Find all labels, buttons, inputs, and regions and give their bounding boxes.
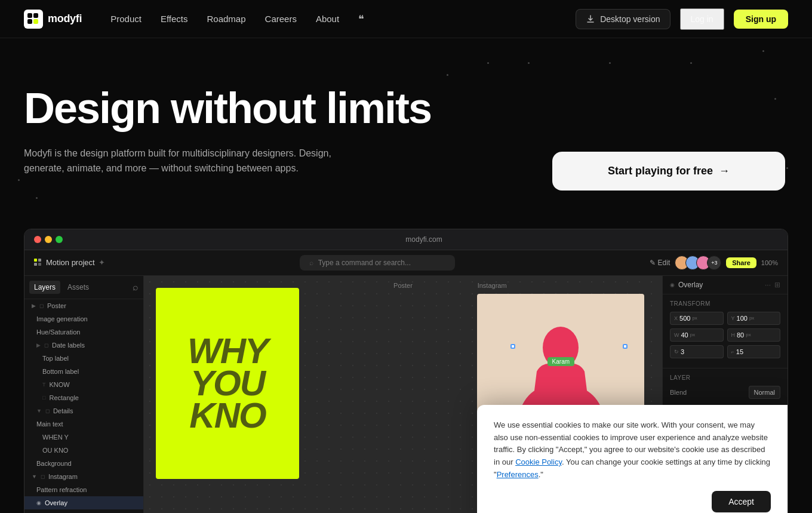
logo-text: modyfi bbox=[48, 13, 82, 25]
karam-label: Karam bbox=[548, 357, 574, 366]
svg-rect-0 bbox=[27, 13, 32, 18]
layer-instagram[interactable]: ▼ ◻ Instagram bbox=[24, 470, 143, 483]
svg-rect-1 bbox=[33, 13, 38, 18]
layer-type-icon: ◉ bbox=[670, 282, 675, 288]
svg-rect-6 bbox=[34, 263, 37, 266]
corner-field[interactable]: ⌐ 15 bbox=[727, 345, 781, 358]
layer-background[interactable]: Background bbox=[24, 457, 143, 470]
layer-details[interactable]: ▼ ◻ Details bbox=[24, 404, 143, 417]
panel-tabs: Layers Assets ⌕ bbox=[24, 276, 143, 299]
maximize-button-tl[interactable] bbox=[56, 236, 63, 243]
preferences-link[interactable]: Preferences bbox=[497, 470, 539, 479]
hero-content: Modyfi is the design platform built for … bbox=[24, 146, 788, 205]
cookie-actions: Accept bbox=[494, 491, 771, 512]
layer-pattern-refraction[interactable]: Pattern refraction bbox=[24, 483, 143, 496]
w-field[interactable]: W 40 px bbox=[670, 328, 724, 342]
svg-rect-3 bbox=[33, 19, 38, 24]
nav-product[interactable]: Product bbox=[110, 14, 142, 24]
close-button-tl[interactable] bbox=[34, 236, 41, 243]
arrow-icon: → bbox=[719, 165, 730, 177]
layers-tab[interactable]: Layers bbox=[29, 281, 60, 294]
blend-row: Blend Normal bbox=[670, 386, 780, 399]
share-button[interactable]: Share bbox=[726, 257, 756, 268]
app-search[interactable]: ⌕ Type a command or search... bbox=[112, 255, 642, 271]
layer-poster[interactable]: ▶ ◻ Poster bbox=[24, 299, 143, 312]
layer-image-gen[interactable]: Image generation bbox=[24, 312, 143, 325]
url-bar: modyfi.com bbox=[70, 235, 778, 244]
hero-subtext: Modyfi is the design platform built for … bbox=[24, 146, 334, 176]
search-layers-icon[interactable]: ⌕ bbox=[133, 281, 139, 294]
toolbar-right: ✎ Edit +3 Share 100% bbox=[650, 256, 778, 270]
xy-row: X 500 px Y 100 px bbox=[670, 312, 780, 325]
download-icon bbox=[586, 14, 595, 24]
cookie-banner: We use essential cookies to make our sit… bbox=[477, 405, 788, 513]
avatar-group: +3 bbox=[675, 256, 721, 270]
wh-row: W 40 px H 80 px bbox=[670, 328, 780, 342]
hero-left: Modyfi is the design platform built for … bbox=[24, 146, 525, 205]
layer-ou-kno[interactable]: OU KNO bbox=[24, 444, 143, 457]
search-icon: ⌕ bbox=[309, 259, 313, 267]
layer-bottom-label[interactable]: Bottom label bbox=[24, 365, 143, 378]
folder-icon: ▶ bbox=[32, 303, 36, 309]
navbar: modyfi Product Effects Roadmap Careers A… bbox=[0, 0, 812, 38]
layer-know[interactable]: T KNOW bbox=[24, 378, 143, 391]
canvas-instagram-label: Instagram bbox=[478, 282, 507, 289]
layer-hue-sat-1[interactable]: Hue/Saturation bbox=[24, 325, 143, 339]
hero-section: Design without limits Modyfi is the desi… bbox=[0, 38, 812, 229]
svg-rect-7 bbox=[38, 263, 41, 266]
app-toolbar: Motion project ✦ ⌕ Type a command or sea… bbox=[24, 250, 788, 276]
right-panel-header: ◉ Overlay ··· ⊞ bbox=[663, 276, 788, 294]
layer-hue-sat-2[interactable]: Hue/Saturation bbox=[24, 509, 143, 513]
minimize-button-tl[interactable] bbox=[45, 236, 52, 243]
login-button[interactable]: Log in bbox=[680, 8, 724, 30]
cta-button[interactable]: Start playing for free → bbox=[552, 152, 785, 191]
nav-careers[interactable]: Careers bbox=[265, 14, 297, 24]
layer-date-labels[interactable]: ▶ ◻ Date labels bbox=[24, 339, 143, 352]
more-options-icon[interactable]: ··· bbox=[765, 281, 771, 289]
search-bar: ⌕ Type a command or search... bbox=[300, 255, 455, 271]
signup-button[interactable]: Sign up bbox=[734, 10, 788, 29]
logo-icon bbox=[24, 10, 43, 29]
avatar-more: +3 bbox=[707, 256, 721, 270]
svg-rect-5 bbox=[38, 259, 41, 262]
layer-when-y[interactable]: WHEN Y bbox=[24, 431, 143, 444]
nav-about[interactable]: About bbox=[316, 14, 339, 24]
constraints-icon[interactable]: ⊞ bbox=[774, 281, 780, 289]
cookie-policy-link[interactable]: Cookie Policy bbox=[515, 457, 562, 466]
nav-effects[interactable]: Effects bbox=[161, 14, 188, 24]
layer-main-text[interactable]: Main text bbox=[24, 417, 143, 431]
left-panel: Layers Assets ⌕ ▶ ◻ Poster Image generat… bbox=[24, 276, 144, 513]
nav-roadmap[interactable]: Roadmap bbox=[207, 14, 246, 24]
hero-headline: Design without limits bbox=[24, 86, 442, 131]
layer-section: Layer Blend Normal bbox=[663, 368, 788, 406]
layer-overlay[interactable]: ◉ Overlay bbox=[24, 496, 143, 509]
layer-top-label[interactable]: Top label bbox=[24, 352, 143, 365]
accept-button[interactable]: Accept bbox=[712, 491, 771, 512]
nav-right: Desktop version Log in Sign up bbox=[576, 8, 788, 30]
nav-links: Product Effects Roadmap Careers About ❝ bbox=[110, 13, 576, 26]
project-name: Motion project ✦ bbox=[34, 258, 105, 267]
hero-right: Start playing for free → bbox=[549, 146, 788, 191]
canvas-poster-label: Poster bbox=[393, 282, 413, 289]
zoom-level[interactable]: 100% bbox=[761, 259, 778, 266]
blend-select[interactable]: Normal bbox=[749, 386, 780, 399]
poster-canvas[interactable]: WHYYOUKNO bbox=[156, 288, 299, 479]
x-field[interactable]: X 500 px bbox=[670, 312, 724, 325]
selection-handle-tr[interactable] bbox=[623, 344, 628, 349]
poster-content: WHYYOUKNO bbox=[187, 335, 267, 432]
y-field[interactable]: Y 100 px bbox=[727, 312, 781, 325]
logo-sm-icon bbox=[34, 259, 42, 267]
app-preview: modyfi.com Motion project ✦ ⌕ Type a com… bbox=[24, 229, 788, 513]
logo[interactable]: modyfi bbox=[24, 10, 82, 29]
project-star-icon: ✦ bbox=[99, 258, 105, 267]
h-field[interactable]: H 80 px bbox=[727, 328, 781, 342]
assets-tab[interactable]: Assets bbox=[63, 281, 94, 294]
cookie-text: We use essential cookies to make our sit… bbox=[494, 419, 771, 481]
rotation-corner-row: ↻ 3 ⌐ 15 bbox=[670, 345, 780, 358]
rotation-field[interactable]: ↻ 3 bbox=[670, 345, 724, 358]
quotes-icon: ❝ bbox=[358, 13, 364, 26]
edit-mode[interactable]: ✎ Edit bbox=[650, 259, 670, 267]
transform-section: Transform X 500 px Y 100 px W bbox=[663, 294, 788, 368]
layer-rectangle[interactable]: □ Rectangle bbox=[24, 391, 143, 404]
desktop-version-button[interactable]: Desktop version bbox=[576, 9, 670, 29]
